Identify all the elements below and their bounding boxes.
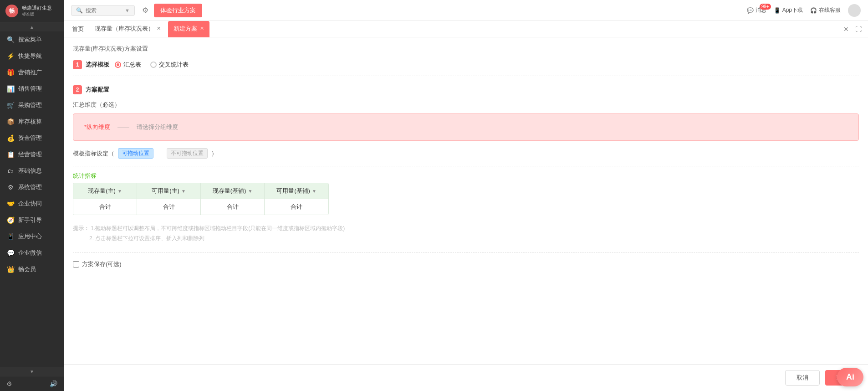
col-body-0: 合计 [73, 199, 137, 215]
sidebar-item-operations[interactable]: 📋 经营管理 [0, 146, 64, 163]
stats-header-row: 现存量(主) ▼ 可用量(主) ▼ 现存量(基辅) ▼ [73, 183, 328, 199]
sidebar-item-label: 畅会员 [18, 265, 36, 273]
sidebar-item-label: 应用中心 [18, 232, 42, 241]
search-input[interactable] [86, 7, 122, 14]
sidebar-item-shortcut[interactable]: ⚡ 快捷导航 [0, 48, 64, 64]
sidebar-item-inventory[interactable]: 📦 库存核算 [0, 113, 64, 130]
hints-title: 提示： [73, 225, 89, 232]
summary-dimension-label: 汇总维度（必选） [73, 101, 859, 109]
message-button[interactable]: 💬 消息 99+ [747, 6, 766, 14]
app-download-button[interactable]: 📱 App下载 [774, 6, 803, 14]
tab-inventory-label: 现存量（库存状况表） [95, 25, 154, 33]
message-icon: 💬 [747, 7, 754, 14]
stats-title: 统计指标 [73, 172, 859, 180]
hint-1: 1.拖动标题栏可以调整布局，不可跨维度或指标区域拖动栏目字段(只能在同一维度或指… [91, 225, 345, 232]
search-box[interactable]: 🔍 ▼ [71, 5, 135, 16]
save-divider [73, 252, 859, 253]
radio-summary[interactable]: 汇总表 [115, 61, 141, 69]
sidebar-scroll-down[interactable]: ▼ [0, 367, 64, 376]
step2-section: 2 方案配置 汇总维度（必选） *纵向维度 —— 请选择分组维度 模板指标设定（ [73, 85, 859, 243]
tab-inventory[interactable]: 现存量（库存状况表） ✕ [89, 21, 166, 37]
sidebar-logo-text: 畅康通好生意 标准版 [22, 5, 52, 17]
step1-title: 选择模板 [86, 61, 109, 69]
sidebar-item-search[interactable]: 🔍 搜索菜单 [0, 31, 64, 48]
customer-service-button[interactable]: 🎧 在线客服 [810, 6, 841, 14]
sidebar-item-wechat[interactable]: 💬 企业微信 [0, 245, 64, 261]
sidebar-item-enterprise[interactable]: 🤝 企业协同 [0, 196, 64, 212]
col-0-chevron-icon[interactable]: ▼ [117, 189, 122, 194]
save-row: 方案保存(可选) [73, 260, 859, 268]
search-chevron-icon: ▼ [125, 8, 130, 13]
topbar: 🔍 ▼ ⚙ 体验行业方案 💬 消息 99+ 📱 App下载 🎧 在线客服 [64, 0, 868, 21]
col-1-label: 可用量(主) [152, 187, 179, 195]
sound-icon[interactable]: 🔊 [50, 380, 57, 387]
crown-icon: 👑 [6, 265, 15, 273]
clipboard-icon: 📋 [6, 150, 15, 159]
step1-number: 1 [73, 60, 82, 69]
col-2-chevron-icon[interactable]: ▼ [248, 189, 252, 194]
sidebar-scroll-up[interactable]: ▲ [0, 22, 64, 31]
step2-divider [73, 166, 859, 166]
sidebar-item-label: 新手引导 [18, 216, 42, 224]
sidebar-item-label: 基础信息 [18, 167, 42, 175]
step1-divider [73, 76, 859, 76]
cancel-button[interactable]: 取消 [785, 370, 820, 386]
sidebar-item-label: 采购管理 [18, 101, 42, 109]
sidebar-item-system[interactable]: ⚙ 系统管理 [0, 179, 64, 196]
chart-icon: 📊 [6, 85, 15, 93]
tab-close-icon[interactable]: ✕ [842, 26, 851, 33]
col-header-3[interactable]: 可用量(基辅) ▼ [265, 183, 328, 199]
dimension-placeholder[interactable]: 请选择分组维度 [137, 123, 178, 131]
tab-home[interactable]: 首页 [68, 25, 87, 33]
step2-header: 2 方案配置 [73, 85, 859, 94]
sidebar-item-basic[interactable]: 🗂 基础信息 [0, 163, 64, 179]
col-3-chevron-icon[interactable]: ▼ [312, 189, 317, 194]
ai-fab-button[interactable]: Ai [837, 368, 863, 386]
mobile-icon: 📱 [6, 232, 15, 241]
save-checkbox[interactable] [73, 261, 79, 268]
indicator-settings-suffix: ） [211, 149, 217, 158]
dimension-required-label: *纵向维度 [84, 123, 110, 131]
content-area: 现存量(库存状况表)方案设置 1 选择模板 汇总表 交叉统计表 [64, 37, 868, 364]
sidebar-item-guide[interactable]: 🧭 新手引导 [0, 212, 64, 228]
topbar-right: 💬 消息 99+ 📱 App下载 🎧 在线客服 [747, 4, 861, 17]
dimension-row: *纵向维度 —— 请选择分组维度 [84, 123, 848, 131]
col-1-chevron-icon[interactable]: ▼ [181, 189, 186, 194]
settings-icon[interactable]: ⚙ [6, 380, 12, 387]
sidebar-logo-icon: 畅 [5, 5, 18, 17]
sidebar-item-purchase[interactable]: 🛒 采购管理 [0, 97, 64, 113]
sidebar-item-marketing[interactable]: 🎁 营销推广 [0, 64, 64, 81]
gift-icon: 🎁 [6, 68, 15, 77]
indicator-settings-text: 模板指标设定（ [73, 149, 114, 158]
handshake-icon: 🤝 [6, 200, 15, 208]
col-header-0[interactable]: 现存量(主) ▼ [73, 183, 137, 199]
headphone-icon: 🎧 [810, 7, 817, 14]
cart-icon: 🛒 [6, 101, 15, 109]
stats-section: 统计指标 现存量(主) ▼ 可用量(主) ▼ [73, 172, 859, 216]
sidebar-item-label: 快捷导航 [18, 52, 42, 60]
sidebar-item-member[interactable]: 👑 畅会员 [0, 261, 64, 278]
radio-summary-label: 汇总表 [123, 61, 141, 69]
sidebar-item-apps[interactable]: 📱 应用中心 [0, 228, 64, 245]
industry-solution-button[interactable]: 体验行业方案 [154, 4, 202, 17]
sidebar-item-sales[interactable]: 📊 销售管理 [0, 81, 64, 97]
topbar-gear-icon[interactable]: ⚙ [142, 6, 148, 15]
indicator-settings: 模板指标设定（ 可拖动位置 不可拖动位置 ） [73, 148, 859, 159]
sidebar-item-label: 系统管理 [18, 183, 42, 191]
radio-cross[interactable]: 交叉统计表 [150, 61, 189, 69]
box-icon: 📦 [6, 118, 15, 126]
tab-inventory-close-icon[interactable]: ✕ [157, 26, 161, 31]
col-header-1[interactable]: 可用量(主) ▼ [137, 183, 201, 199]
search-icon: 🔍 [6, 36, 15, 44]
tab-new-plan[interactable]: 新建方案 ✕ [168, 21, 209, 37]
col-header-2[interactable]: 现存量(基辅) ▼ [201, 183, 265, 199]
stats-table: 现存量(主) ▼ 可用量(主) ▼ 现存量(基辅) ▼ [73, 183, 329, 215]
tab-expand-icon[interactable]: ⛶ [853, 26, 863, 33]
tabs-bar: 首页 现存量（库存状况表） ✕ 新建方案 ✕ ✕ ⛶ [64, 21, 868, 37]
tab-new-plan-close-icon[interactable]: ✕ [200, 26, 204, 31]
sidebar: 畅 畅康通好生意 标准版 ▲ 🔍 搜索菜单 ⚡ 快捷导航 🎁 营销推广 📊 销售… [0, 0, 64, 391]
user-avatar[interactable] [848, 4, 861, 17]
col-3-label: 可用量(基辅) [276, 187, 310, 195]
save-label: 方案保存(可选) [82, 260, 122, 268]
sidebar-item-finance[interactable]: 💰 资金管理 [0, 130, 64, 146]
